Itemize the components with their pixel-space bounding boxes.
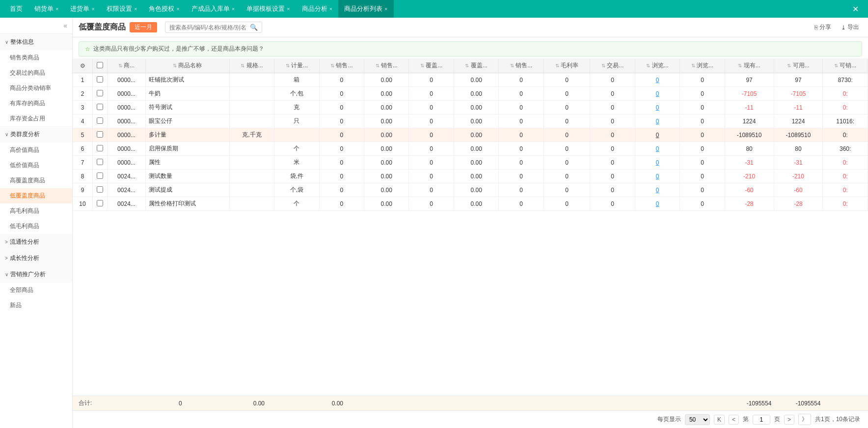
col-settings[interactable]: ⚙ [73,58,93,73]
row-checkbox[interactable] [97,186,103,193]
row-unit: 只 [274,114,319,128]
row-checkbox[interactable] [97,76,103,83]
first-page-button[interactable]: K [714,415,725,425]
nav-sales[interactable]: 销货单 × [28,0,64,18]
select-all-checkbox[interactable] [97,62,103,68]
row-current: -60 [725,183,774,197]
search-input[interactable] [169,24,248,31]
sidebar-group-quality[interactable]: ∨ 类群度分析 [0,126,72,143]
row-checkbox[interactable] [97,117,103,124]
row-current: 80 [725,142,774,156]
sidebar-item-low-coverage[interactable]: 低覆盖度商品 [0,188,72,203]
row-browse2: 0 [680,183,725,197]
nav-roles[interactable]: 角色授权 × [143,0,185,18]
row-checkbox[interactable] [97,90,103,96]
row-checkbox[interactable] [97,131,103,138]
page-size-select[interactable]: 50 100 200 [685,414,710,425]
sidebar-group-overall[interactable]: ∨ 整体信息 [0,34,72,50]
row-checkbox[interactable] [97,145,103,151]
row-name: 多计量 [145,128,229,142]
next-page-button[interactable]: > [784,415,794,425]
nav-permissions[interactable]: 权限设置 × [101,0,143,18]
sidebar-item-capital-ratio[interactable]: 库存资金占用 [0,111,72,126]
row-browse1[interactable]: 0 [635,170,679,183]
sidebar-item-sales-rate[interactable]: 商品分类动销率 [0,81,72,96]
page-number-input[interactable] [753,415,770,425]
nav-close-product-analysis[interactable]: × [329,6,332,12]
nav-close-template[interactable]: × [287,6,290,12]
row-cov1: 0 [409,101,454,114]
sidebar-group-marketing[interactable]: ∨ 营销推广分析 [0,266,72,283]
row-checkbox[interactable] [97,104,103,110]
sidebar-item-low-profit[interactable]: 低毛利商品 [0,219,72,234]
info-banner: ☆ 这类商品只有很少客户购买过，是推广不够，还是商品本身问题？ [79,41,862,57]
row-browse1[interactable]: 0 [635,114,679,128]
share-button[interactable]: ⎘ 分享 [812,22,834,33]
row-num: 3 [73,101,93,114]
row-sales-qty: 0 [319,142,364,156]
row-browse1[interactable]: 0 [635,197,679,211]
sidebar-item-sales-goods[interactable]: 销售类商品 [0,50,72,65]
sidebar-item-high-coverage[interactable]: 高覆盖度商品 [0,173,72,188]
nav-product-analysis-list[interactable]: 商品分析列表 × [338,0,393,18]
row-browse1[interactable]: 0 [635,128,679,142]
nav-product-analysis[interactable]: 商品分析 × [296,0,338,18]
row-browse1[interactable]: 0 [635,142,679,156]
page-title: 低覆盖度商品 [79,22,126,32]
export-button[interactable]: ⤓ 导出 [838,22,862,33]
table-row: 2 0000... 牛奶 个,包 0 0.00 0 0.00 0 0 0 0 0… [73,87,868,101]
table-row: 8 0024... 测试数量 袋,件 0 0.00 0 0.00 0 0 0 0… [73,170,868,183]
row-unit [274,128,319,142]
col-checkbox [93,58,108,73]
last-page-button[interactable]: 》 [798,414,811,425]
footer-sales-amt: 0 [161,400,200,407]
row-checkbox[interactable] [97,200,103,206]
row-checkbox[interactable] [97,159,103,165]
row-name: 旺铺批次测试 [145,73,229,87]
nav-purchase[interactable]: 进货单 × [64,0,100,18]
sidebar-item-all-goods[interactable]: 全部商品 [0,283,72,298]
nav-close-finished[interactable]: × [232,6,235,12]
row-browse1[interactable]: 0 [635,101,679,114]
sidebar-item-in-stock[interactable]: 有库存的商品 [0,96,72,111]
row-trade: 0 [590,156,635,170]
sidebar-item-new-goods[interactable]: 新品 [0,298,72,313]
sidebar-item-high-profit[interactable]: 高毛利商品 [0,203,72,219]
row-spec [229,87,274,101]
sidebar-item-high-value[interactable]: 高价值商品 [0,143,72,158]
row-saleable: 0: [823,128,868,142]
row-checkbox[interactable] [97,172,103,179]
nav-close-product-analysis-list[interactable]: × [384,6,387,12]
sidebar-item-traded-goods[interactable]: 交易过的商品 [0,65,72,81]
row-browse1[interactable]: 0 [635,183,679,197]
search-icon: 🔍 [250,24,258,31]
col-gross-rate: ⇅ 毛利率 [543,58,590,73]
row-browse1[interactable]: 0 [635,73,679,87]
row-available: -11 [774,101,823,114]
nav-template[interactable]: 单据模板设置 × [241,0,296,18]
row-browse1[interactable]: 0 [635,156,679,170]
sidebar-item-low-value[interactable]: 低价值商品 [0,158,72,173]
nav-close-permissions[interactable]: × [134,6,137,12]
sidebar-group-circulation[interactable]: > 流通性分析 [0,234,72,250]
nav-close-roles[interactable]: × [176,6,179,12]
row-unit: 米 [274,156,319,170]
nav-home[interactable]: 首页 [4,0,28,18]
sidebar-collapse-button[interactable]: « [63,22,67,29]
table-container[interactable]: ⚙ ⇅ 商... ⇅ 商品名称 ⇅ 规格... ⇅ 计量... ⇅ 销售... … [73,58,868,396]
nav-finished-goods[interactable]: 产成品入库单 × [186,0,241,18]
row-trade: 0 [590,114,635,128]
date-filter-button[interactable]: 近一月 [130,22,157,32]
table-row: 7 0000... 属性 米 0 0.00 0 0.00 0 0 0 0 0 -… [73,156,868,170]
sidebar-group-growth[interactable]: > 成长性分析 [0,250,72,266]
prev-page-button[interactable]: < [729,415,739,425]
row-name: 测试数量 [145,170,229,183]
table-row: 6 0000... 启用保质期 个 0 0.00 0 0.00 0 0 0 0 … [73,142,868,156]
row-sales-amt: 0.00 [364,142,409,156]
nav-close-purchase[interactable]: × [91,6,94,12]
footer-sales-amt2: 0.00 [239,400,278,407]
row-unit: 袋,件 [274,170,319,183]
window-close-button[interactable]: ✕ [846,0,864,18]
row-browse1[interactable]: 0 [635,87,679,101]
nav-close-sales[interactable]: × [55,6,58,12]
